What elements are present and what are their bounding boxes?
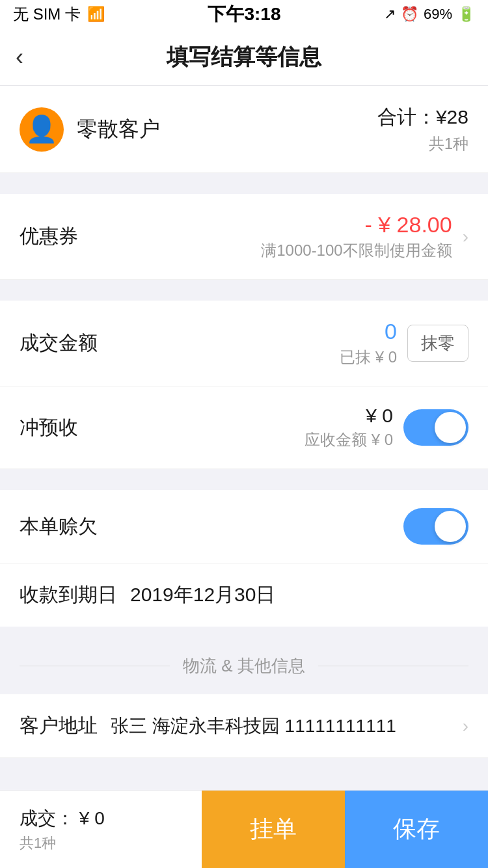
debt-row: 本单赊欠: [0, 490, 488, 563]
address-chevron: ›: [463, 716, 468, 737]
address-row[interactable]: 客户地址 张三 海淀永丰科技园 11111111111 ›: [0, 694, 488, 758]
back-icon: ‹: [16, 44, 23, 70]
back-button[interactable]: ‹: [16, 44, 23, 71]
customer-section: 👤 零散客户 合计：¥28 共1种: [0, 86, 488, 173]
save-button[interactable]: 保存: [345, 791, 488, 869]
status-left: 无 SIM 卡 📶: [13, 4, 105, 25]
bottom-bar: 成交： ¥ 0 共1种 挂单 保存: [0, 790, 488, 868]
prepaid-right: ¥ 0 应收金额 ¥ 0: [305, 405, 468, 450]
customer-avatar: 👤: [20, 107, 64, 152]
customer-name: 零散客户: [77, 115, 160, 144]
address-value: 张三 海淀永丰科技园 11111111111: [111, 714, 463, 739]
divider-3: [0, 480, 488, 490]
round-zero-button[interactable]: 抹零: [407, 325, 468, 362]
prepaid-toggle[interactable]: [403, 409, 468, 446]
debt-toggle-knob: [435, 511, 466, 542]
due-date-value: 2019年12月30日: [130, 582, 275, 608]
status-time: 下午3:18: [208, 2, 280, 27]
coupon-section: 优惠券 - ¥ 28.00 满1000-100不限制使用金额 ›: [0, 194, 488, 280]
transaction-value: 0: [340, 319, 397, 344]
battery-icon: 🔋: [457, 6, 475, 23]
bottom-summary: 成交： ¥ 0 共1种: [0, 806, 202, 853]
total-count: 共1种: [377, 133, 468, 154]
customer-row: 👤 零散客户 合计：¥28 共1种: [0, 86, 488, 173]
status-bar: 无 SIM 卡 📶 下午3:18 ↗ ⏰ 69% 🔋: [0, 0, 488, 29]
prepaid-content: ¥ 0 应收金额 ¥ 0: [305, 405, 393, 450]
divider-1: [0, 183, 488, 194]
coupon-content: - ¥ 28.00 满1000-100不限制使用金额: [261, 212, 452, 261]
prepaid-receivable: 应收金额 ¥ 0: [305, 429, 393, 450]
total-amount: 合计：¥28: [377, 104, 468, 131]
divider-5: [0, 684, 488, 694]
coupon-right: - ¥ 28.00 满1000-100不限制使用金额 ›: [261, 212, 468, 261]
nav-bar: ‹ 填写结算等信息: [0, 29, 488, 86]
logistics-separator: 物流 & 其他信息: [0, 647, 488, 684]
debt-label: 本单赊欠: [20, 513, 98, 540]
coupon-row[interactable]: 优惠券 - ¥ 28.00 满1000-100不限制使用金额 ›: [0, 194, 488, 280]
coupon-chevron: ›: [463, 226, 468, 247]
debt-toggle[interactable]: [403, 508, 468, 545]
transaction-right: 0 已抹 ¥ 0 抹零: [340, 319, 468, 368]
due-date-row: 收款到期日 2019年12月30日: [0, 563, 488, 627]
customer-right: 合计：¥28 共1种: [377, 104, 468, 154]
page-title: 填写结算等信息: [167, 42, 321, 72]
coupon-amount: - ¥ 28.00: [261, 212, 452, 237]
divider-2: [0, 290, 488, 301]
pending-button[interactable]: 挂单: [202, 791, 345, 869]
prepaid-label: 冲预收: [20, 414, 78, 441]
bottom-deal-row: 成交： ¥ 0: [20, 806, 182, 831]
transaction-content: 0 已抹 ¥ 0: [340, 319, 397, 368]
coupon-label: 优惠券: [20, 223, 78, 250]
prepaid-amount: ¥ 0: [305, 405, 393, 427]
transaction-rounded: 已抹 ¥ 0: [340, 347, 397, 368]
customer-left: 👤 零散客户: [20, 107, 160, 152]
divider-4: [0, 637, 488, 647]
content: 👤 零散客户 合计：¥28 共1种 优惠券 - ¥ 28.00 满1000-10…: [0, 86, 488, 868]
bottom-count: 共1种: [20, 834, 182, 853]
avatar-icon: 👤: [25, 114, 58, 144]
due-date-label: 收款到期日: [20, 582, 117, 608]
battery-label: 69%: [424, 6, 452, 23]
transaction-row: 成交金额 0 已抹 ¥ 0 抹零: [0, 301, 488, 387]
alarm-icon: ⏰: [401, 6, 418, 23]
deal-label: 成交：: [20, 808, 74, 828]
prepaid-row: 冲预收 ¥ 0 应收金额 ¥ 0: [0, 387, 488, 469]
transaction-label: 成交金额: [20, 330, 98, 357]
wifi-icon: 📶: [87, 6, 105, 23]
logistics-label: 物流 & 其他信息: [170, 655, 318, 677]
address-label: 客户地址: [20, 712, 98, 739]
toggle-knob: [435, 412, 466, 443]
location-icon: ↗: [384, 6, 396, 23]
transaction-section: 成交金额 0 已抹 ¥ 0 抹零 冲预收 ¥ 0 应收金额 ¥ 0: [0, 301, 488, 469]
coupon-desc: 满1000-100不限制使用金额: [261, 240, 452, 261]
debt-section: 本单赊欠 收款到期日 2019年12月30日: [0, 490, 488, 627]
carrier-label: 无 SIM 卡: [13, 4, 81, 25]
address-section: 客户地址 张三 海淀永丰科技园 11111111111 ›: [0, 694, 488, 758]
deal-amount: ¥ 0: [79, 808, 105, 828]
status-right: ↗ ⏰ 69% 🔋: [384, 6, 475, 23]
